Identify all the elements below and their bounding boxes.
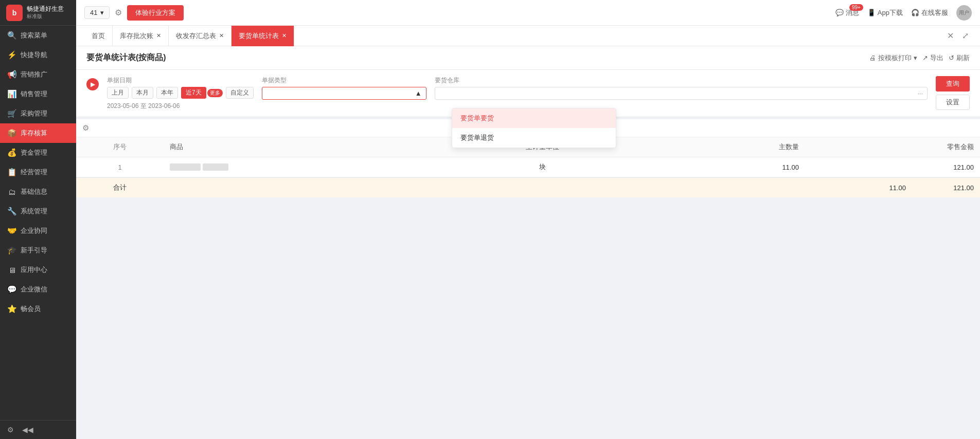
sidebar-icon-operations: 📋 — [7, 168, 16, 177]
page-content: 要货单统计表(按商品) 🖨 按模板打印 ▾ ↗ 导出 ↺ 刷新 ▶ — [76, 46, 980, 439]
sidebar-icon-inventory: 📦 — [7, 129, 16, 138]
app-download-label: App下载 — [878, 8, 903, 17]
tab-label-order-summary: 要货单统计表 — [239, 31, 279, 41]
print-chevron-icon: ▾ — [914, 54, 917, 62]
tab-close-summary[interactable]: ✕ — [219, 32, 224, 39]
table-row: 1块11.00121.00 — [76, 157, 980, 177]
sidebar-label-basic: 基础信息 — [21, 187, 47, 196]
tab-home[interactable]: 首页 — [84, 26, 113, 46]
date-range-display: 2023-05-06 至 2023-06-06 — [107, 102, 254, 111]
refresh-label: 刷新 — [956, 53, 970, 63]
sidebar-item-wechat[interactable]: 💬企业微信 — [0, 280, 76, 299]
tab-summary[interactable]: 收发存汇总表✕ — [169, 26, 231, 46]
dropdown-item-purchase-order[interactable]: 要货单要货 — [452, 108, 616, 128]
tab-batch[interactable]: 库存批次账✕ — [113, 26, 169, 46]
type-filter-label: 单据类型 — [262, 76, 426, 85]
refresh-button[interactable]: ↺ 刷新 — [949, 53, 970, 63]
sidebar-label-quick-nav: 快捷导航 — [21, 50, 47, 60]
col-header-qty: 主数量 — [630, 137, 805, 157]
message-icon: 💬 — [835, 9, 844, 16]
date-option-上月[interactable]: 上月 — [107, 87, 129, 99]
sidebar-item-inventory[interactable]: 📦库存核算 — [0, 123, 76, 143]
topbar-settings-icon[interactable]: ⚙ — [115, 8, 122, 17]
tab-close-order-summary[interactable]: ✕ — [282, 32, 287, 39]
sidebar-item-guide[interactable]: 🎓新手引导 — [0, 241, 76, 260]
user-avatar[interactable]: 用户 — [956, 5, 972, 21]
service-icon: 🎧 — [911, 9, 919, 16]
main-area: 41 ▾ ⚙ 体验行业方案 💬 消息 99+ 📱 App下载 🎧 在线客服 用户 — [76, 0, 980, 439]
sidebar-logo: b 畅捷通好生意 标准版 — [0, 0, 76, 26]
sidebar-item-purchase[interactable]: 🛒采购管理 — [0, 104, 76, 123]
sidebar-icon-sales: 📊 — [7, 89, 16, 99]
sidebar-label-apps: 应用中心 — [21, 265, 47, 275]
sidebar-icon-wechat: 💬 — [7, 285, 16, 294]
filter-settings-button[interactable]: 设置 — [936, 95, 970, 110]
tab-label-home: 首页 — [92, 31, 105, 41]
app-logo-text: 畅捷通好生意 标准版 — [27, 5, 64, 21]
sidebar-item-operations[interactable]: 📋经营管理 — [0, 162, 76, 182]
date-option-自定义[interactable]: 自定义 — [226, 87, 254, 99]
sidebar-item-apps[interactable]: 🖥应用中心 — [0, 260, 76, 280]
sidebar-nav: 🔍搜索菜单⚡快捷导航📢营销推广📊销售管理🛒采购管理📦库存核算💰资金管理📋经营管理… — [0, 26, 76, 420]
warehouse-filter-select[interactable]: ··· — [435, 87, 928, 100]
footer-label: 合计 — [82, 183, 185, 192]
date-option-本月[interactable]: 本月 — [132, 87, 153, 99]
warehouse-filter-label: 要货仓库 — [435, 76, 928, 85]
sidebar-item-quick-nav[interactable]: ⚡快捷导航 — [0, 45, 76, 65]
tab-close-batch[interactable]: ✕ — [156, 32, 161, 39]
collapse-icon[interactable]: ◀◀ — [22, 426, 33, 434]
sidebar-label-inventory: 库存核算 — [21, 129, 47, 138]
export-icon: ↗ — [922, 54, 928, 62]
sidebar-icon-enterprise: 🤝 — [7, 226, 16, 235]
cell-unit: 块 — [455, 157, 630, 177]
settings-icon[interactable]: ⚙ — [7, 426, 14, 434]
query-button[interactable]: 查询 — [936, 76, 970, 92]
tab-expand-button[interactable]: ⤢ — [959, 31, 972, 41]
date-more-badge: 更多 — [207, 89, 223, 97]
app-download-button[interactable]: 📱 App下载 — [867, 8, 903, 17]
sidebar-icon-apps: 🖥 — [7, 266, 16, 275]
page-header: 要货单统计表(按商品) 🖨 按模板打印 ▾ ↗ 导出 ↺ 刷新 — [76, 46, 980, 70]
col-header-product: 商品 — [164, 137, 455, 157]
sidebar-item-enterprise[interactable]: 🤝企业协同 — [0, 221, 76, 241]
messages-button[interactable]: 💬 消息 99+ — [835, 8, 859, 17]
cell-product — [164, 157, 455, 177]
sidebar-item-search[interactable]: 🔍搜索菜单 — [0, 26, 76, 45]
service-button[interactable]: 🎧 在线客服 — [911, 8, 948, 17]
sidebar-item-basic[interactable]: 🗂基础信息 — [0, 182, 76, 202]
date-filter-options: 上月本月本年近7天更多自定义 — [107, 87, 254, 99]
page-title: 要货单统计表(按商品) — [86, 52, 166, 63]
date-option-近7天[interactable]: 近7天 — [181, 87, 206, 99]
app-download-icon: 📱 — [867, 9, 876, 16]
date-filter-group: 单据日期 上月本月本年近7天更多自定义 2023-05-06 至 2023-06… — [107, 76, 254, 111]
cell-qty: 11.00 — [630, 157, 805, 177]
print-template-button[interactable]: 🖨 按模板打印 ▾ — [869, 53, 917, 63]
store-selector[interactable]: 41 ▾ — [84, 6, 110, 19]
sidebar-label-member: 畅会员 — [21, 304, 41, 314]
export-button[interactable]: ↗ 导出 — [922, 53, 943, 63]
sidebar-icon-quick-nav: ⚡ — [7, 50, 16, 60]
filter-actions: 查询 设置 — [936, 76, 970, 110]
sidebar-item-member[interactable]: ⭐畅会员 — [0, 299, 76, 319]
type-filter-select[interactable]: ▲ — [262, 87, 426, 100]
sidebar-label-finance: 资金管理 — [21, 148, 47, 157]
sidebar-item-sales[interactable]: 📊销售管理 — [0, 84, 76, 104]
footer-qty: 11.00 — [850, 184, 912, 192]
sidebar-item-system[interactable]: 🔧系统管理 — [0, 202, 76, 221]
sidebar-icon-basic: 🗂 — [7, 188, 16, 196]
dropdown-item-purchase-return[interactable]: 要货单退货 — [452, 128, 616, 148]
tab-order-summary[interactable]: 要货单统计表✕ — [231, 26, 294, 46]
col-header-amount: 零售金额 — [805, 137, 980, 157]
promo-button[interactable]: 体验行业方案 — [127, 5, 184, 21]
tab-close-all-button[interactable]: ✕ — [944, 31, 957, 41]
sidebar-label-marketing: 营销推广 — [21, 70, 47, 79]
sidebar-icon-finance: 💰 — [7, 148, 16, 157]
table-settings-icon[interactable]: ⚙ — [82, 123, 89, 133]
sidebar-item-marketing[interactable]: 📢营销推广 — [0, 65, 76, 84]
date-option-本年[interactable]: 本年 — [156, 87, 178, 99]
table-footer: 合计 11.00 121.00 — [76, 177, 980, 197]
footer-amount: 121.00 — [912, 184, 974, 192]
sidebar-item-finance[interactable]: 💰资金管理 — [0, 143, 76, 162]
filter-expand-button[interactable]: ▶ — [86, 78, 99, 90]
print-icon: 🖨 — [869, 54, 876, 62]
